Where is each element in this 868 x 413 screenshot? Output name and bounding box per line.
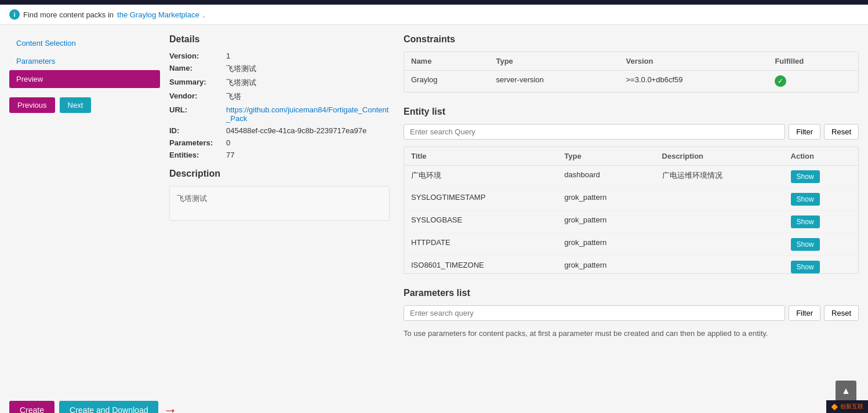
entity-show-button[interactable]: Show (791, 215, 820, 228)
entity-action-cell: Show (784, 188, 858, 211)
entity-type: grok_pattern (557, 256, 655, 275)
marketplace-suffix: . (203, 10, 205, 19)
constraint-type: server-version (489, 71, 619, 92)
params-filter-button[interactable]: Filter (789, 305, 820, 321)
detail-url: URL: https://github.com/juiceman84/Forti… (169, 105, 390, 123)
detail-parameters: Parameters: 0 (169, 138, 390, 147)
marketplace-text: Find more content packs in (23, 10, 114, 19)
entity-table-row: HTTPDATE grok_pattern Show (404, 233, 858, 256)
bottom-buttons: Create Create and Download → (0, 392, 868, 413)
details-panel: Details Version: 1 Name: 飞塔测试 Summary: 飞… (169, 34, 390, 382)
content-area: Details Version: 1 Name: 飞塔测试 Summary: 飞… (169, 34, 859, 382)
entity-type: grok_pattern (557, 188, 655, 211)
entity-description: 广电运维环境情况 (655, 166, 784, 188)
sidebar-item-preview[interactable]: Preview (9, 70, 160, 88)
entity-title: HTTPDATE (404, 233, 557, 256)
constraint-fulfilled: ✓ (768, 71, 858, 92)
right-panel: Constraints Name Type Version Fulfilled (404, 34, 859, 382)
entity-title: SYSLOGTIMESTAMP (404, 188, 557, 211)
previous-button[interactable]: Previous (9, 97, 55, 113)
entity-title: SYSLOGBASE (404, 211, 557, 233)
entity-action-cell: Show (784, 233, 858, 256)
constraints-section: Constraints Name Type Version Fulfilled (404, 34, 859, 93)
entity-table-row: SYSLOGBASE grok_pattern Show (404, 211, 858, 233)
url-link[interactable]: https://github.com/juiceman84/Fortigate_… (226, 105, 388, 123)
watermark-text: 创新互联 (840, 403, 863, 411)
params-search-bar: Filter Reset (404, 305, 859, 321)
entity-action-cell: Show (784, 256, 858, 275)
entity-type: grok_pattern (557, 211, 655, 233)
col-name: Name (404, 52, 489, 71)
params-section: Parameters list Filter Reset To use para… (404, 288, 859, 339)
entity-description (655, 233, 784, 256)
entity-table: Title Type Description Action 广电环境 dashb… (404, 147, 858, 274)
entity-type: grok_pattern (557, 233, 655, 256)
entity-show-button[interactable]: Show (791, 170, 820, 183)
detail-entities: Entities: 77 (169, 151, 390, 159)
params-reset-button[interactable]: Reset (824, 305, 859, 321)
detail-summary: Summary: 飞塔测试 (169, 78, 390, 88)
sidebar-nav-buttons: Previous Next (9, 97, 160, 113)
col-fulfilled: Fulfilled (768, 52, 858, 71)
entity-show-button[interactable]: Show (791, 261, 820, 273)
constraints-table: Name Type Version Fulfilled Graylog serv… (404, 52, 858, 92)
entity-search-input[interactable] (404, 124, 785, 140)
entity-table-row: ISO8601_TIMEZONE grok_pattern Show (404, 256, 858, 275)
entity-action-cell: Show (784, 166, 858, 188)
params-info-text: To use parameters for content packs, at … (404, 328, 859, 339)
entity-list-section: Entity list Filter Reset Title Type Desc… (404, 107, 859, 274)
entity-col-description: Description (655, 147, 784, 166)
arrow-indicator: → (163, 402, 177, 413)
create-download-button[interactable]: Create and Download (59, 401, 158, 413)
main-layout: Content Selection Parameters Preview Pre… (0, 25, 868, 392)
scroll-to-top-button[interactable]: ▲ (836, 381, 856, 401)
params-search-input[interactable] (404, 305, 785, 321)
entity-table-row: 广电环境 dashboard 广电运维环境情况 Show (404, 166, 858, 188)
entity-type: dashboard (557, 166, 655, 188)
detail-id: ID: 045488ef-cc9e-41ca-9c8b-2239717ea97e (169, 126, 390, 135)
marketplace-link[interactable]: the Graylog Marketplace (117, 10, 199, 19)
marketplace-bar: i Find more content packs in the Graylog… (0, 5, 868, 25)
sidebar-item-content-selection[interactable]: Content Selection (9, 34, 160, 52)
constraint-name: Graylog (404, 71, 489, 92)
detail-version: Version: 1 (169, 52, 390, 60)
entity-description (655, 211, 784, 233)
entity-search-bar: Filter Reset (404, 124, 859, 140)
entity-description (655, 188, 784, 211)
constraints-table-container: Name Type Version Fulfilled Graylog serv… (404, 52, 859, 93)
entity-action-cell: Show (784, 211, 858, 233)
description-title: Description (169, 169, 390, 179)
sidebar-item-parameters[interactable]: Parameters (9, 52, 160, 70)
entity-filter-button[interactable]: Filter (789, 124, 820, 140)
entity-col-action: Action (784, 147, 858, 166)
description-box: 飞塔测试 (169, 186, 390, 221)
entity-table-row: SYSLOGTIMESTAMP grok_pattern Show (404, 188, 858, 211)
watermark: 🔶 创新互联 (826, 400, 868, 413)
entity-table-wrapper: Title Type Description Action 广电环境 dashb… (404, 147, 859, 274)
detail-vendor: Vendor: 飞塔 (169, 92, 390, 102)
entity-reset-button[interactable]: Reset (824, 124, 859, 140)
top-bar (0, 0, 868, 5)
entity-list-title: Entity list (404, 107, 859, 117)
entity-show-button[interactable]: Show (791, 193, 820, 206)
params-title: Parameters list (404, 288, 859, 298)
next-button[interactable]: Next (60, 97, 92, 113)
table-row: Graylog server-version >=3.0.0+db6cf59 ✓ (404, 71, 858, 92)
fulfilled-checkmark-icon: ✓ (775, 75, 786, 87)
constraints-title: Constraints (404, 34, 859, 45)
col-type: Type (489, 52, 619, 71)
entity-title: 广电环境 (404, 166, 557, 188)
entity-col-title: Title (404, 147, 557, 166)
entity-show-button[interactable]: Show (791, 238, 820, 251)
details-title: Details (169, 34, 390, 45)
entity-title: ISO8601_TIMEZONE (404, 256, 557, 275)
entity-col-type: Type (557, 147, 655, 166)
constraint-version: >=3.0.0+db6cf59 (619, 71, 768, 92)
detail-name: Name: 飞塔测试 (169, 64, 390, 74)
info-icon: i (9, 9, 20, 20)
create-button[interactable]: Create (9, 401, 55, 413)
entity-description (655, 256, 784, 275)
watermark-icon: 🔶 (831, 404, 838, 410)
sidebar: Content Selection Parameters Preview Pre… (9, 34, 160, 382)
col-version: Version (619, 52, 768, 71)
